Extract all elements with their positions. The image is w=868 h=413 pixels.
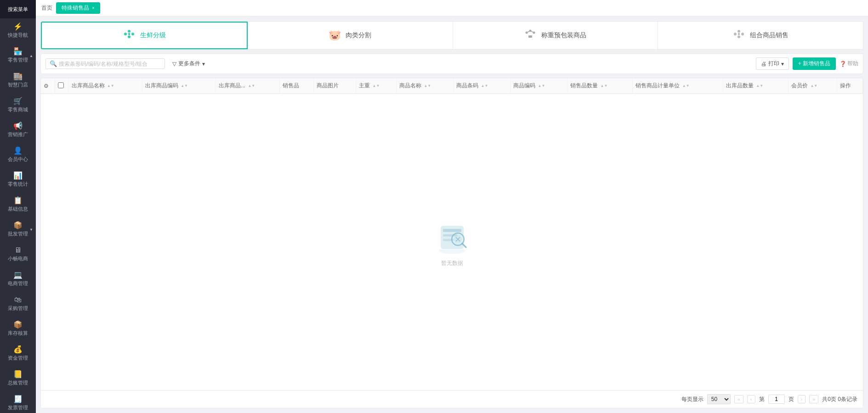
- combo-tab-label: 组合商品销售: [750, 31, 789, 40]
- col-member-price[interactable]: 会员价 ▲▼: [789, 78, 837, 94]
- col-product-code[interactable]: 商品编码 ▲▼: [511, 78, 567, 94]
- page-input[interactable]: [768, 395, 785, 404]
- weigh-tab-label: 称重预包装商品: [541, 31, 586, 40]
- quick-nav-icon: ⚡: [13, 23, 23, 30]
- sidebar-item-label: 快捷导航: [8, 32, 28, 39]
- sort-arrows-product-name: ▲▼: [424, 84, 431, 88]
- page-label: 第: [759, 396, 765, 403]
- table-header-row: ⚙ 出库商品名称 ▲▼ 出库商品编码 ▲▼: [41, 78, 863, 94]
- search-icon: 🔍: [50, 60, 57, 67]
- col-product-name[interactable]: 商品名称 ▲▼: [397, 78, 454, 94]
- sidebar-item-retail-mgmt[interactable]: 🏪 零售管理: [0, 43, 36, 68]
- retail-mall-icon: 🛒: [13, 98, 23, 105]
- sidebar-item-fund-mgmt[interactable]: 💰 资金管理: [0, 341, 36, 366]
- invoice-mgmt-icon: 🧾: [13, 396, 23, 403]
- print-label: 打印: [768, 60, 779, 68]
- general-ledger-icon: 📒: [13, 371, 23, 378]
- table-container: ⚙ 出库商品名称 ▲▼ 出库商品编码 ▲▼: [40, 78, 863, 408]
- purchase-mgmt-icon: 🛍: [14, 296, 22, 304]
- sidebar-item-inventory[interactable]: 📦 库存核算: [0, 316, 36, 341]
- col-sale-item[interactable]: 销售品: [280, 78, 314, 94]
- sidebar-item-retail-stats[interactable]: 📊 零售统计: [0, 167, 36, 192]
- col-action: 操作: [837, 78, 863, 94]
- ecom-mgmt-icon: 💻: [13, 271, 23, 279]
- sidebar-item-label: 基础信息: [8, 206, 28, 212]
- member-center-icon: 👤: [13, 147, 23, 155]
- sidebar-item-marketing[interactable]: 📢 营销推广: [0, 118, 36, 143]
- svg-point-13: [741, 33, 744, 35]
- data-table: ⚙ 出库商品名称 ▲▼ 出库商品编码 ▲▼: [41, 78, 863, 94]
- sidebar-item-label: 批发管理: [8, 230, 28, 237]
- tab-fresh[interactable]: 生鲜分级: [41, 22, 248, 49]
- sidebar-item-label: 资金管理: [8, 355, 28, 361]
- search-input[interactable]: [59, 61, 160, 67]
- col-sale-unit[interactable]: 销售商品计量单位 ▲▼: [633, 78, 723, 94]
- sidebar-item-purchase-mgmt[interactable]: 🛍 采购管理: [0, 292, 36, 316]
- add-label: + 新增销售品: [798, 60, 830, 68]
- sidebar-item-ecom-mgmt[interactable]: 💻 电商管理: [0, 267, 36, 292]
- col-sale-qty[interactable]: 销售品数量 ▲▼: [567, 78, 633, 94]
- col-checkbox[interactable]: [55, 78, 68, 94]
- sidebar-search-menu[interactable]: 搜索菜单: [0, 0, 36, 18]
- tab-combo[interactable]: 组合商品销售: [658, 22, 863, 49]
- retail-mgmt-icon: 🏪: [13, 48, 23, 55]
- meat-tab-label: 肉类分割: [346, 31, 371, 40]
- page-area: 生鲜分级 🐷 肉类分割 称重预包装商品: [36, 17, 868, 413]
- sidebar-item-label: 会员中心: [8, 156, 28, 163]
- tab-meat[interactable]: 🐷 肉类分割: [248, 22, 453, 49]
- empty-illustration: [429, 217, 475, 259]
- toolbar: 🔍 ▽ 更多条件 ▾ 🖨 打印 ▾ + 新增销售品 ❓ 帮助: [40, 53, 863, 74]
- sidebar-item-wholesale-mgmt[interactable]: 📦 批发管理: [0, 217, 36, 242]
- filter-arrow-icon: ▾: [202, 61, 205, 67]
- topbar: 首页 特殊销售品 ×: [36, 0, 868, 17]
- fund-mgmt-icon: 💰: [13, 346, 23, 353]
- first-page-btn[interactable]: «: [734, 395, 743, 403]
- basic-info-icon: 📋: [13, 197, 23, 204]
- home-breadcrumb[interactable]: 首页: [41, 4, 52, 12]
- col-settings[interactable]: ⚙: [41, 78, 55, 94]
- add-button[interactable]: + 新增销售品: [793, 57, 836, 70]
- active-tab-label: 特殊销售品: [62, 4, 89, 12]
- meat-tab-icon: 🐷: [329, 29, 341, 41]
- fresh-tab-label: 生鲜分级: [140, 31, 166, 40]
- sidebar-item-label: 小畅电商: [8, 255, 28, 262]
- per-page-select[interactable]: 50 10 20 100: [707, 394, 731, 404]
- print-arrow-icon: ▾: [781, 61, 784, 67]
- sidebar-item-mini-ecom[interactable]: 🖥 小畅电商: [0, 242, 36, 267]
- col-main-weight[interactable]: 主重 ▲▼: [356, 78, 397, 94]
- col-image[interactable]: 商品图片: [314, 78, 356, 94]
- sidebar-item-member-center[interactable]: 👤 会员中心: [0, 143, 36, 167]
- filter-button[interactable]: ▽ 更多条件 ▾: [169, 58, 209, 69]
- sidebar-item-smart-store[interactable]: 🏬 智慧门店: [0, 68, 36, 93]
- sidebar-item-basic-info[interactable]: 📋 基础信息: [0, 192, 36, 217]
- combo-tab-icon: [732, 29, 745, 42]
- help-label: 帮助: [847, 60, 858, 68]
- filter-label: 更多条件: [178, 60, 200, 68]
- sidebar-item-invoice-mgmt[interactable]: 🧾 发票管理: [0, 391, 36, 413]
- next-page-btn[interactable]: ›: [798, 395, 806, 403]
- print-button[interactable]: 🖨 打印 ▾: [756, 57, 789, 70]
- sidebar-item-quick-nav[interactable]: ⚡ 快捷导航: [0, 18, 36, 43]
- col-barcode[interactable]: 商品条码 ▲▼: [454, 78, 511, 94]
- sidebar-item-label: 零售统计: [8, 181, 28, 188]
- close-tab-icon[interactable]: ×: [92, 6, 95, 11]
- sort-arrows-main-weight: ▲▼: [373, 84, 380, 88]
- col-out-spec[interactable]: 出库商品... ▲▼: [216, 78, 280, 94]
- tab-weigh[interactable]: 称重预包装商品: [453, 22, 658, 49]
- col-out-name[interactable]: 出库商品名称 ▲▼: [68, 78, 142, 94]
- active-tab[interactable]: 特殊销售品 ×: [56, 2, 100, 14]
- mini-ecom-icon: 🖥: [14, 247, 22, 254]
- sidebar-item-retail-mall[interactable]: 🛒 零售商城: [0, 93, 36, 118]
- search-box[interactable]: 🔍: [45, 58, 165, 69]
- select-all-checkbox[interactable]: [58, 82, 64, 88]
- prev-page-btn[interactable]: ‹: [747, 395, 755, 403]
- sidebar: 搜索菜单 ⚡ 快捷导航 🏪 零售管理 🏬 智慧门店 🛒 零售商城 📢 营销推广 …: [0, 0, 36, 413]
- sidebar-logo-text: 搜索菜单: [8, 6, 28, 13]
- help-button[interactable]: ❓ 帮助: [840, 60, 858, 68]
- sort-arrows-product-code: ▲▼: [538, 84, 545, 88]
- sidebar-item-general-ledger[interactable]: 📒 总账管理: [0, 366, 36, 391]
- last-page-btn[interactable]: »: [809, 395, 818, 403]
- smart-store-icon: 🏬: [13, 73, 23, 80]
- col-out-qty[interactable]: 出库品数量 ▲▼: [723, 78, 788, 94]
- col-out-code[interactable]: 出库商品编码 ▲▼: [142, 78, 216, 94]
